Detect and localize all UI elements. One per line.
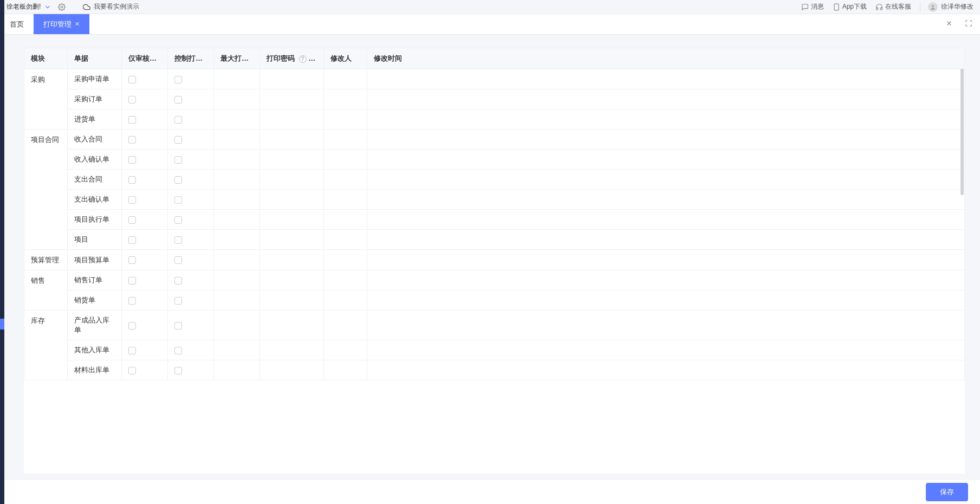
control-print-checkbox[interactable] [174,76,182,83]
audit-only-cell [122,270,168,290]
modify-time-cell [367,270,965,290]
modify-time-cell [367,170,965,190]
control-print-checkbox[interactable] [174,116,182,124]
audit-only-checkbox[interactable] [128,216,136,224]
app-download-link[interactable]: App下载 [833,2,867,11]
org-selector[interactable]: 徐老板勿删! [7,2,51,11]
module-cell: 库存 [24,311,68,380]
control-print-checkbox[interactable] [174,367,182,374]
svg-rect-1 [834,4,839,10]
audit-only-checkbox[interactable] [128,136,136,144]
print-settings-table: 模块 单据 仅审核后... 控制打印... 最大打印... 打印密码 ? 修改 [24,48,965,380]
audit-only-cell [122,311,168,340]
print-password-cell [260,270,324,290]
control-print-checkbox[interactable] [174,347,182,354]
audit-only-checkbox[interactable] [128,256,136,264]
max-print-cell [214,360,260,380]
control-print-checkbox[interactable] [174,322,182,329]
messages-label: 消息 [811,2,824,11]
audit-only-checkbox[interactable] [128,297,136,305]
audit-only-checkbox[interactable] [128,277,136,285]
tab-home-label: 首页 [10,20,24,29]
th-print-password: 打印密码 ? [260,48,324,69]
audit-only-checkbox[interactable] [128,347,136,354]
audit-only-checkbox[interactable] [128,116,136,124]
max-print-cell [214,109,260,130]
doc-cell: 销货单 [68,290,122,311]
control-print-checkbox[interactable] [174,236,182,244]
modifier-cell [324,130,367,150]
control-print-checkbox[interactable] [174,196,182,204]
tab-print-management[interactable]: 打印管理 ✕ [34,14,89,34]
max-print-cell [214,69,260,89]
max-print-cell [214,250,260,270]
table-row: 销货单 [24,290,965,311]
chevron-down-icon [44,3,51,11]
modify-time-cell [367,89,965,109]
cloud-icon [83,3,90,11]
modify-time-cell [367,69,965,89]
doc-cell: 支出合同 [68,170,122,190]
control-print-checkbox[interactable] [174,256,182,264]
fullscreen-icon[interactable] [962,17,976,31]
control-print-cell [168,250,214,270]
control-print-cell [168,130,214,150]
help-icon[interactable]: ? [299,55,307,63]
print-password-cell [260,69,324,89]
audit-only-cell [122,190,168,210]
modify-time-cell [367,150,965,170]
tab-home[interactable]: 首页 [0,14,34,34]
th-control-print: 控制打印... [168,48,214,69]
control-print-cell [168,89,214,109]
support-label: 在线客服 [885,2,911,11]
modify-time-cell [367,360,965,380]
audit-only-checkbox[interactable] [128,236,136,244]
scrollbar[interactable] [960,65,964,195]
audit-only-checkbox[interactable] [128,367,136,374]
control-print-checkbox[interactable] [174,216,182,224]
doc-cell: 进货单 [68,109,122,130]
demo-label: 我要看实例演示 [94,2,139,11]
modify-time-cell [367,109,965,130]
audit-only-checkbox[interactable] [128,76,136,83]
modifier-cell [324,190,367,210]
audit-only-checkbox[interactable] [128,322,136,329]
modifier-cell [324,230,367,250]
th-audit-only: 仅审核后... [122,48,168,69]
max-print-cell [214,210,260,230]
audit-only-checkbox[interactable] [128,196,136,204]
control-print-checkbox[interactable] [174,96,182,104]
svg-point-0 [61,7,63,9]
print-password-cell [260,109,324,130]
modifier-cell [324,89,367,109]
audit-only-checkbox[interactable] [128,96,136,104]
control-print-checkbox[interactable] [174,176,182,184]
org-title-label: 徐老板勿删! [7,2,41,11]
control-print-checkbox[interactable] [174,156,182,164]
audit-only-checkbox[interactable] [128,156,136,164]
max-print-cell [214,270,260,290]
print-password-cell [260,360,324,380]
th-print-password-label: 打印密码 [267,54,295,62]
doc-cell: 其他入库单 [68,340,122,360]
control-print-checkbox[interactable] [174,297,182,305]
app-download-label: App下载 [842,2,867,11]
close-icon[interactable]: ✕ [75,21,80,28]
control-print-checkbox[interactable] [174,136,182,144]
support-link[interactable]: 在线客服 [875,2,911,11]
demo-link[interactable]: 我要看实例演示 [83,2,139,11]
messages-link[interactable]: 消息 [801,2,824,11]
control-print-checkbox[interactable] [174,277,182,285]
user-menu[interactable]: 徐泽华修改 [920,2,973,12]
headset-icon [875,3,883,11]
doc-cell: 项目 [68,230,122,250]
modify-time-cell [367,190,965,210]
user-label: 徐泽华修改 [941,2,973,11]
edit-icon[interactable] [311,54,318,62]
audit-only-checkbox[interactable] [128,176,136,184]
close-tab-icon[interactable] [942,17,956,31]
th-module: 模块 [24,48,68,69]
save-button[interactable]: 保存 [926,483,968,501]
gear-icon[interactable] [58,3,66,11]
side-nav-accent [0,319,4,329]
